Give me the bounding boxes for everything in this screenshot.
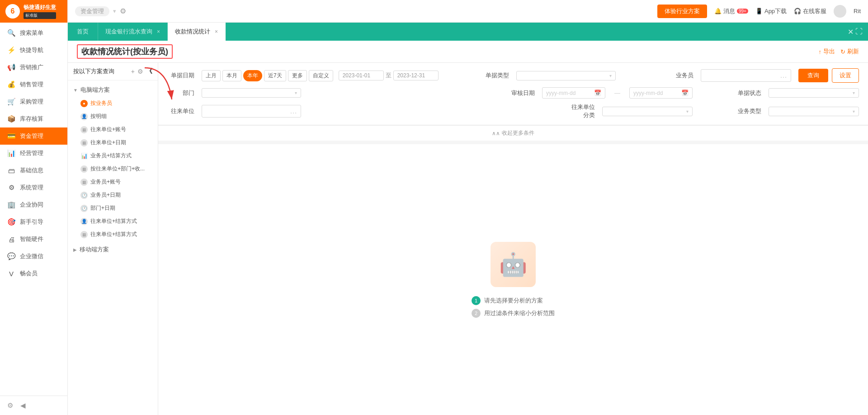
date-btn-7days[interactable]: 近7天 <box>264 70 286 81</box>
sidebar-item-sales[interactable]: 💰 销售管理 <box>0 76 67 93</box>
tree-item-partner-account[interactable]: ▦ 往来单位+账号 <box>68 123 158 136</box>
review-date-from[interactable]: yyyy-mm-dd 📅 <box>542 87 605 99</box>
collapse-panel-btn[interactable]: 《 <box>146 67 152 75</box>
enterprise-icon: 🏢 <box>7 201 15 209</box>
sidebar-item-finance[interactable]: 💳 资金管理 <box>0 127 67 145</box>
tree-item-dept-date[interactable]: 🕐 部门+日期 <box>68 202 158 215</box>
wechat-icon: 💬 <box>7 252 15 260</box>
tab-close-window-btn[interactable]: ✕ <box>848 28 854 36</box>
date-to-input[interactable] <box>393 71 439 80</box>
refresh-button[interactable]: ↻ 刷新 <box>840 47 859 56</box>
sidebar-item-marketing[interactable]: 📢 营销推广 <box>0 59 67 76</box>
tree-group-mobile: ▶ 移动端方案 <box>68 243 158 256</box>
search-icon: 🔍 <box>7 29 15 37</box>
tab-home[interactable]: 首页 <box>68 23 98 41</box>
partner-type-label: 往来单位分类 <box>568 103 595 119</box>
user-avatar[interactable] <box>834 5 846 18</box>
filter-actions: 查询 设置 <box>798 68 859 83</box>
tree-item-partner-settlement2[interactable]: ▦ 往来单位+结算方式 <box>68 228 158 241</box>
app-logo: 6 畅捷通好生意 标准版 <box>0 0 67 23</box>
partner-more-btn[interactable]: … <box>290 107 297 115</box>
sidebar-item-wechat[interactable]: 💬 企业微信 <box>0 248 67 265</box>
sidebar-item-quick-nav[interactable]: ⚡ 快捷导航 <box>0 42 67 59</box>
sidebar-item-member[interactable]: V 畅会员 <box>0 265 67 282</box>
date-btn-custom[interactable]: 自定义 <box>309 70 333 81</box>
tree-group-desktop-header[interactable]: ▼ 电脑端方案 <box>68 83 158 97</box>
tab-bank-flow[interactable]: 现金银行流水查询 × <box>98 23 168 41</box>
review-date-sep: — <box>613 90 622 96</box>
partner-account-icon: ▦ <box>80 126 88 133</box>
biz-type-select[interactable]: ▾ <box>769 107 859 116</box>
sidebar-item-inventory[interactable]: 📦 库存核算 <box>0 110 67 127</box>
sidebar-item-guide[interactable]: 🎯 新手引导 <box>0 213 67 231</box>
refresh-icon: ↻ <box>840 48 845 55</box>
scheme-settings-btn[interactable]: ⚙ <box>137 68 143 75</box>
sidebar-item-system[interactable]: ⚙ 系统管理 <box>0 179 67 196</box>
export-button[interactable]: ↑ 导出 <box>819 47 835 56</box>
trial-button[interactable]: 体验行业方案 <box>657 5 707 18</box>
hint-text-2: 用过滤条件来缩小分析范围 <box>484 309 555 317</box>
review-date-to[interactable]: yyyy-mm-dd 📅 <box>629 87 693 99</box>
tree-item-partner-settlement1[interactable]: 👤 往来单位+结算方式 <box>68 215 158 228</box>
calendar-icon-to[interactable]: 📅 <box>681 90 689 96</box>
notification-btn[interactable]: 🔔 消息 99+ <box>714 7 748 15</box>
bank-flow-tab-close[interactable]: × <box>157 28 160 35</box>
logo-text: 畅捷通好生意 <box>24 4 56 11</box>
tree-arrow-desktop: ▼ <box>73 88 78 93</box>
date-from-input[interactable] <box>339 71 384 80</box>
salesperson-more-btn[interactable]: … <box>780 71 787 80</box>
online-service-btn[interactable]: 🎧 在线客服 <box>794 7 826 15</box>
filter-area: 单据日期 上月 本月 本年 近7天 更多 自定义 至 <box>158 63 868 125</box>
tree-item-partner-date[interactable]: ▦ 往来单位+日期 <box>68 136 158 149</box>
tree-item-detail[interactable]: 👤 按明细 <box>68 110 158 123</box>
settings-footer-btn[interactable]: ⚙ <box>7 401 13 410</box>
download-icon: 📱 <box>755 8 763 14</box>
tab-maximize-btn[interactable]: ⛶ <box>855 28 863 36</box>
doc-type-select[interactable]: ▾ <box>516 71 616 80</box>
dept-select[interactable]: ▾ <box>202 88 301 98</box>
review-date-label: 审核日期 <box>508 89 535 97</box>
breadcrumb: 资金管理 <box>75 6 109 16</box>
doc-type-arrow: ▾ <box>609 73 612 78</box>
calendar-icon-from[interactable]: 📅 <box>594 90 601 96</box>
salesperson-date-icon: 🕐 <box>80 192 88 199</box>
sidebar-item-search[interactable]: 🔍 搜索菜单 <box>0 24 67 42</box>
tree-item-salesperson-account[interactable]: ▦ 业务员+账号 <box>68 175 158 189</box>
marketing-icon: 📢 <box>7 63 15 71</box>
tree-item-salesperson-settlement[interactable]: 📊 业务员+结算方式 <box>68 149 158 162</box>
add-scheme-btn[interactable]: + <box>131 68 135 75</box>
tree-item-salesperson-date[interactable]: 🕐 业务员+日期 <box>68 189 158 202</box>
review-date-to-text: yyyy-mm-dd <box>633 90 679 96</box>
sidebar-item-enterprise[interactable]: 🏢 企业协同 <box>0 196 67 213</box>
sidebar-item-purchase[interactable]: 🛒 采购管理 <box>0 93 67 110</box>
gear-button[interactable]: ⚙ <box>120 7 126 15</box>
collapse-arrow-icon: ∧∧ <box>492 130 500 137</box>
partner-type-select[interactable]: ▾ <box>602 107 693 116</box>
query-button[interactable]: 查询 <box>798 69 828 82</box>
collapse-sidebar-btn[interactable]: ◀︎ <box>20 401 26 410</box>
date-btn-more[interactable]: 更多 <box>288 70 307 81</box>
salesperson-input[interactable]: … <box>701 69 791 82</box>
tree-item-partner-dept[interactable]: ▦ 按往来单位+部门+收... <box>68 162 158 175</box>
date-btn-this-month[interactable]: 本月 <box>222 70 241 81</box>
app-download-btn[interactable]: 📱 App下载 <box>755 7 787 15</box>
doc-status-select[interactable]: ▾ <box>769 88 859 98</box>
tree-group-mobile-header[interactable]: ▶ 移动端方案 <box>68 243 158 256</box>
tree-item-salesperson[interactable]: ● 按业务员 <box>68 97 158 110</box>
date-btn-last-month[interactable]: 上月 <box>202 70 221 81</box>
content-area: 按以下方案查询 + ⚙ 《 ▼ 电脑端方案 <box>68 63 868 415</box>
date-buttons-group: 上月 本月 本年 近7天 更多 自定义 至 <box>202 70 439 81</box>
sidebar-item-operation[interactable]: 📊 经营管理 <box>0 145 67 162</box>
headset-icon: 🎧 <box>794 8 801 14</box>
sidebar-item-basic[interactable]: 🗃 基础信息 <box>0 162 67 179</box>
date-btn-this-year[interactable]: 本年 <box>243 70 262 81</box>
sidebar-item-hardware[interactable]: 🖨 智能硬件 <box>0 231 67 248</box>
filter-row-3: 往来单位 … 往来单位分类 ▾ 业务类型 <box>167 103 859 119</box>
collection-stats-tab-close[interactable]: × <box>215 28 218 35</box>
tab-collection-stats[interactable]: 收款情况统计 × <box>168 23 226 41</box>
system-icon: ⚙ <box>7 184 15 192</box>
collapse-bar[interactable]: ∧∧ 收起更多条件 <box>158 125 868 141</box>
dept-arrow: ▾ <box>295 90 297 95</box>
partner-input[interactable]: … <box>202 105 301 118</box>
settings-button[interactable]: 设置 <box>832 68 859 83</box>
